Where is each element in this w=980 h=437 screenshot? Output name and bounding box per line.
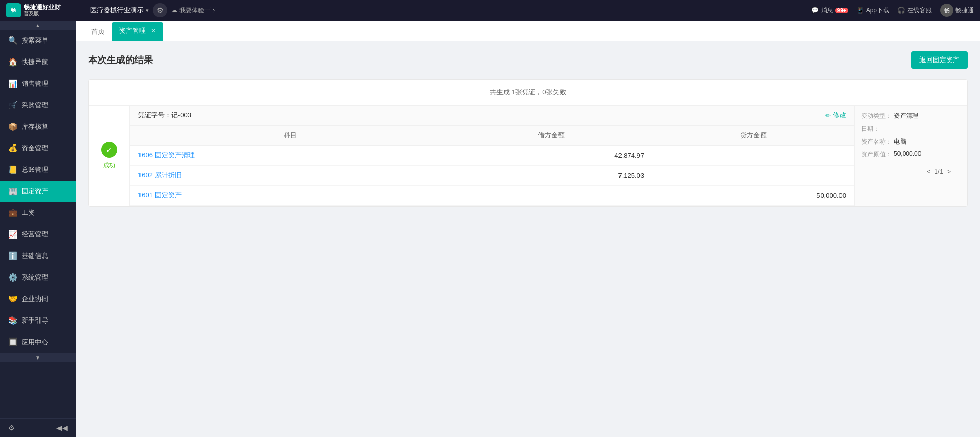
original-value-row: 资产原值： 50,000.00: [861, 150, 961, 159]
sidebar-item-ledger[interactable]: 📒 总账管理: [0, 159, 76, 181]
logo-area: 畅 畅捷通好业财 普及版: [6, 3, 82, 17]
sidebar-label-funds: 资金管理: [22, 144, 48, 153]
sidebar-label-purchase: 采购管理: [22, 101, 48, 110]
tab-bar: 首页 资产管理 ✕: [76, 21, 980, 41]
avatar: 畅: [940, 4, 953, 17]
service-icon: 🎧: [897, 7, 905, 14]
search-icon: 🔍: [8, 36, 17, 45]
app-download-btn[interactable]: 📱 App下载: [856, 6, 889, 15]
sidebar-settings-icon[interactable]: ⚙: [8, 424, 15, 432]
sidebar-item-basic-info[interactable]: ℹ️ 基础信息: [0, 245, 76, 267]
debit-1601: [450, 186, 652, 206]
sidebar-label-basic-info: 基础信息: [22, 251, 48, 261]
app-center-icon: 🔲: [8, 337, 17, 347]
sidebar-item-inventory[interactable]: 📦 库存核算: [0, 116, 76, 137]
sidebar-item-sales[interactable]: 📊 销售管理: [0, 73, 76, 94]
sidebar-item-purchase[interactable]: 🛒 采购管理: [0, 94, 76, 116]
sidebar-label-fixed-assets: 固定资产: [22, 187, 48, 196]
subject-link-1602[interactable]: 1602 累计折旧: [138, 171, 182, 179]
sidebar-label-inventory: 库存核算: [22, 122, 48, 131]
col-header-debit: 借方金额: [450, 126, 652, 146]
subject-link-1606[interactable]: 1606 固定资产清理: [138, 151, 195, 159]
sidebar-item-fixed-assets[interactable]: 🏢 固定资产: [0, 181, 76, 202]
col-header-credit: 贷方金额: [652, 126, 854, 146]
online-service-btn[interactable]: 🎧 在线客服: [897, 6, 932, 15]
col-header-subject: 科目: [130, 126, 450, 146]
trial-btn[interactable]: ☁ 我要体验一下: [171, 6, 216, 15]
return-fixed-assets-button[interactable]: 返回固定资产: [911, 51, 968, 69]
sidebar-scroll-up[interactable]: ▲: [0, 21, 76, 30]
header-center: 医疗器械行业演示 ▾ ⚙ ☁ 我要体验一下: [82, 3, 811, 17]
sidebar-item-system[interactable]: ⚙️ 系统管理: [0, 267, 76, 288]
pagination-next[interactable]: >: [947, 168, 951, 175]
message-btn[interactable]: 💬 消息 99+: [811, 6, 848, 15]
voucher-header: 凭证字号：记-003 ✏ 修改: [130, 106, 854, 126]
logo-title: 畅捷通好业财: [24, 4, 61, 11]
funds-icon: 💰: [8, 144, 17, 153]
company-selector[interactable]: 医疗器械行业演示 ▾: [90, 6, 149, 15]
header-right: 💬 消息 99+ 📱 App下载 🎧 在线客服 畅 畅捷通: [811, 4, 974, 17]
change-type-value: 资产清理: [894, 112, 918, 121]
sidebar-label-app-center: 应用中心: [22, 337, 48, 347]
debit-1602: 7,125.03: [450, 166, 652, 186]
sidebar-item-search[interactable]: 🔍 搜索菜单: [0, 30, 76, 51]
tab-asset-management[interactable]: 资产管理 ✕: [112, 22, 163, 41]
voucher-number: 凭证字号：记-003: [138, 111, 191, 120]
edit-icon: ✏: [825, 112, 831, 120]
logo-subtitle: 普及版: [24, 11, 61, 17]
asset-name-label: 资产名称：: [861, 137, 892, 146]
pagination-info: 1/1: [934, 168, 943, 175]
user-menu[interactable]: 畅 畅捷通: [940, 4, 974, 17]
status-text: 成功: [103, 161, 115, 170]
subject-link-1601[interactable]: 1601 固定资产: [138, 191, 182, 199]
credit-1601: 50,000.00: [652, 186, 854, 206]
company-name: 医疗器械行业演示: [90, 6, 144, 15]
asset-name-row: 资产名称： 电脑: [861, 137, 961, 146]
sidebar-label-guide: 新手引导: [22, 316, 48, 325]
original-value-label: 资产原值：: [861, 150, 892, 159]
sidebar-item-payroll[interactable]: 💼 工资: [0, 202, 76, 224]
basic-info-icon: ℹ️: [8, 251, 17, 261]
sidebar-bottom: ⚙ ◀◀: [0, 418, 76, 437]
date-row: 日期：: [861, 125, 961, 133]
pagination-prev[interactable]: <: [927, 168, 930, 175]
inventory-icon: 📦: [8, 122, 17, 131]
sidebar-label-management: 经营管理: [22, 230, 48, 239]
sidebar-item-funds[interactable]: 💰 资金管理: [0, 137, 76, 159]
sidebar-label-quick-nav: 快捷导航: [22, 57, 48, 67]
fixed-assets-icon: 🏢: [8, 187, 17, 196]
voucher-table: 科目 借方金额 贷方金额 1606 固定资产清理 42,874.97: [130, 126, 854, 206]
sidebar-item-app-center[interactable]: 🔲 应用中心: [0, 331, 76, 353]
table-row: 1602 累计折旧 7,125.03: [130, 166, 854, 186]
sidebar-collapse-icon[interactable]: ◀◀: [56, 424, 68, 432]
sidebar-scroll-down[interactable]: ▼: [0, 353, 76, 362]
sidebar-item-enterprise[interactable]: 🤝 企业协同: [0, 288, 76, 310]
sidebar-label-system: 系统管理: [22, 273, 48, 282]
change-type-label: 变动类型：: [861, 112, 892, 121]
enterprise-icon: 🤝: [8, 294, 17, 304]
cloud-icon: ☁: [171, 7, 177, 14]
sidebar-item-quick-nav[interactable]: 🏠 快捷导航: [0, 51, 76, 73]
message-icon: 💬: [811, 7, 819, 14]
ledger-icon: 📒: [8, 165, 17, 174]
table-row: 1601 固定资产 50,000.00: [130, 186, 854, 206]
purchase-icon: 🛒: [8, 101, 17, 110]
sidebar-label-payroll: 工资: [22, 208, 35, 217]
sidebar-item-guide[interactable]: 📚 新手引导: [0, 310, 76, 331]
page-header-row: 本次生成的结果 返回固定资产: [88, 51, 968, 69]
table-row: 1606 固定资产清理 42,874.97: [130, 146, 854, 166]
status-column: ✓ 成功: [89, 106, 130, 206]
sidebar-label-enterprise: 企业协同: [22, 294, 48, 304]
change-type-row: 变动类型： 资产清理: [861, 112, 961, 121]
top-header: 畅 畅捷通好业财 普及版 医疗器械行业演示 ▾ ⚙ ☁ 我要体验一下 💬 消息 …: [0, 0, 980, 21]
asset-name-value: 电脑: [894, 137, 906, 146]
tab-home[interactable]: 首页: [84, 23, 112, 41]
sidebar: ▲ 🔍 搜索菜单 🏠 快捷导航 📊 销售管理 🛒 采购管理 📦 库存核算 💰 资…: [0, 21, 76, 437]
pagination-row: < 1/1 >: [861, 163, 961, 181]
tab-close-icon[interactable]: ✕: [151, 27, 156, 34]
result-summary: 共生成 1张凭证，0张失败: [89, 80, 967, 106]
settings-icon-btn[interactable]: ⚙: [153, 3, 167, 17]
logo-icon: 畅: [6, 3, 21, 17]
sidebar-item-management[interactable]: 📈 经营管理: [0, 224, 76, 245]
edit-button[interactable]: ✏ 修改: [825, 111, 846, 120]
